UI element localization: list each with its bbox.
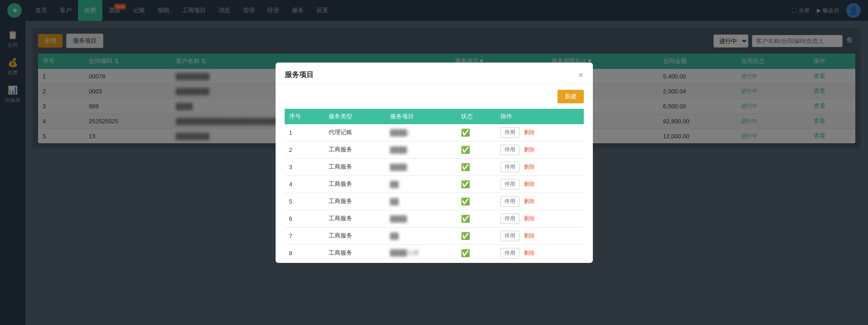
- modal-cell-status: ✅: [456, 175, 496, 193]
- modal-cell-item: ██: [386, 175, 457, 193]
- modal-header: 服务项目 ×: [276, 63, 593, 84]
- modal-cell-action: 停用 删除: [496, 124, 583, 141]
- modal-cell-seq: 6: [285, 210, 324, 227]
- modal-col-action: 操作: [496, 109, 583, 124]
- status-check-icon: ✅: [461, 146, 470, 154]
- modal-cell-type: 工商服务: [324, 193, 386, 210]
- modal-cell-status: ✅: [456, 193, 496, 210]
- modal-cell-status: ✅: [456, 244, 496, 262]
- stop-button[interactable]: 停用: [500, 145, 519, 155]
- modal-cell-seq: 7: [285, 227, 324, 244]
- modal-cell-item: ██: [386, 227, 457, 244]
- delete-button[interactable]: 删除: [521, 248, 538, 258]
- stop-button[interactable]: 停用: [500, 231, 519, 241]
- modal-service-table: 序号 服务类型 服务项目 状态 操作 1 代理记账 ████1 ✅ 停用 删除 …: [285, 109, 584, 262]
- status-check-icon: ✅: [461, 198, 470, 205]
- modal-col-status: 状态: [456, 109, 496, 124]
- modal-cell-item: ████1: [386, 124, 457, 141]
- modal-cell-seq: 4: [285, 175, 324, 193]
- modal-cell-action: 停用 删除: [496, 193, 583, 210]
- stop-button[interactable]: 停用: [500, 213, 519, 224]
- delete-button[interactable]: 删除: [521, 197, 538, 206]
- modal-overlay[interactable]: 服务项目 × 新建 序号 服务类型 服务项目 状态 操作 1 代理记账: [0, 0, 868, 325]
- delete-button[interactable]: 删除: [521, 231, 538, 241]
- stop-button[interactable]: 停用: [500, 179, 519, 189]
- modal-cell-action: 停用 删除: [496, 141, 583, 158]
- stop-button[interactable]: 停用: [500, 196, 519, 207]
- modal-cell-action: 停用 删除: [496, 158, 583, 175]
- stop-button[interactable]: 停用: [500, 162, 519, 172]
- status-check-icon: ✅: [461, 129, 470, 136]
- modal-cell-status: ✅: [456, 124, 496, 141]
- modal-cell-type: 工商服务: [324, 158, 386, 175]
- status-check-icon: ✅: [461, 232, 470, 240]
- modal-col-item: 服务项目: [386, 109, 457, 124]
- modal-cell-item: ████: [386, 210, 457, 227]
- modal-cell-item: ████: [386, 158, 457, 175]
- service-items-modal: 服务项目 × 新建 序号 服务类型 服务项目 状态 操作 1 代理记账: [276, 63, 593, 263]
- modal-cell-action: 停用 删除: [496, 175, 583, 193]
- modal-cell-action: 停用 删除: [496, 210, 583, 227]
- modal-table-row: 1 代理记账 ████1 ✅ 停用 删除: [285, 124, 584, 141]
- status-check-icon: ✅: [461, 249, 470, 257]
- modal-table-wrap: 序号 服务类型 服务项目 状态 操作 1 代理记账 ████1 ✅ 停用 删除 …: [276, 109, 593, 263]
- modal-cell-type: 工商服务: [324, 175, 386, 193]
- modal-cell-status: ✅: [456, 141, 496, 158]
- stop-button[interactable]: 停用: [500, 127, 519, 138]
- delete-button[interactable]: 删除: [521, 128, 538, 137]
- modal-cell-type: 工商服务: [324, 244, 386, 262]
- modal-cell-seq: 5: [285, 193, 324, 210]
- modal-table-row: 5 工商服务 ██ ✅ 停用 删除: [285, 193, 584, 210]
- modal-cell-status: ✅: [456, 227, 496, 244]
- modal-cell-type: 代理记账: [324, 124, 386, 141]
- modal-table-row: 6 工商服务 ████ ✅ 停用 删除: [285, 210, 584, 227]
- modal-cell-type: 工商服务: [324, 210, 386, 227]
- modal-cell-item: ██: [386, 193, 457, 210]
- modal-table-row: 3 工商服务 ████ ✅ 停用 删除: [285, 158, 584, 175]
- modal-new-button[interactable]: 新建: [558, 90, 584, 103]
- modal-table-row: 7 工商服务 ██ ✅ 停用 删除: [285, 227, 584, 244]
- delete-button[interactable]: 删除: [521, 145, 538, 155]
- modal-cell-seq: 2: [285, 141, 324, 158]
- modal-cell-item: ████注册: [386, 244, 457, 262]
- modal-cell-seq: 3: [285, 158, 324, 175]
- modal-table-row: 2 工商服务 ████ ✅ 停用 删除: [285, 141, 584, 158]
- modal-cell-seq: 1: [285, 124, 324, 141]
- stop-button[interactable]: 停用: [500, 248, 519, 258]
- modal-col-type: 服务类型: [324, 109, 386, 124]
- modal-col-seq: 序号: [285, 109, 324, 124]
- modal-cell-item: ████: [386, 141, 457, 158]
- status-check-icon: ✅: [461, 180, 470, 188]
- modal-toolbar: 新建: [276, 84, 593, 109]
- status-check-icon: ✅: [461, 215, 470, 223]
- delete-button[interactable]: 删除: [521, 162, 538, 172]
- modal-cell-type: 工商服务: [324, 141, 386, 158]
- modal-cell-action: 停用 删除: [496, 227, 583, 244]
- modal-close-button[interactable]: ×: [578, 70, 584, 80]
- status-check-icon: ✅: [461, 163, 470, 171]
- delete-button[interactable]: 删除: [521, 214, 538, 223]
- modal-cell-status: ✅: [456, 158, 496, 175]
- delete-button[interactable]: 删除: [521, 179, 538, 189]
- modal-table-row: 4 工商服务 ██ ✅ 停用 删除: [285, 175, 584, 193]
- modal-cell-type: 工商服务: [324, 227, 386, 244]
- modal-cell-status: ✅: [456, 210, 496, 227]
- modal-cell-seq: 8: [285, 244, 324, 262]
- modal-cell-action: 停用 删除: [496, 244, 583, 262]
- modal-table-row: 8 工商服务 ████注册 ✅ 停用 删除: [285, 244, 584, 262]
- modal-title: 服务项目: [285, 70, 314, 80]
